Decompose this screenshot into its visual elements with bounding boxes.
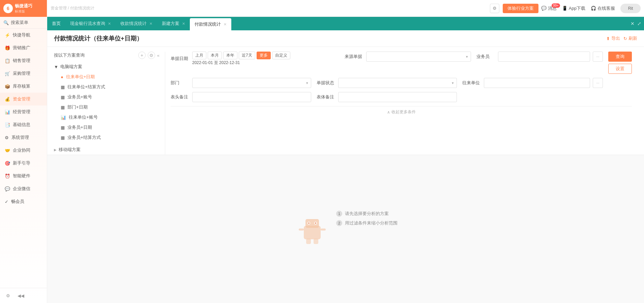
tab-new-scheme-close[interactable]: ✕	[182, 22, 185, 26]
sidebar-item-weixin[interactable]: 💬 企业微信	[0, 182, 47, 195]
tabbar-spacer	[231, 17, 628, 30]
scheme-icon-6: ▦	[61, 135, 65, 140]
sidebar-item-marketing[interactable]: 🎁 营销推广	[0, 41, 47, 54]
query-btn[interactable]: 查询	[608, 52, 632, 62]
online-service-btn[interactable]: 🎧 在线客服	[591, 5, 615, 11]
tab-receipt-close[interactable]: ✕	[149, 22, 152, 26]
scheme-item-staff-settle[interactable]: ▦ 业务员+结算方式	[54, 132, 159, 143]
date-btn-7days[interactable]: 近7天	[239, 52, 255, 59]
sidebar: 6 畅捷通巧 标准版 🔍 搜索菜单 ⚡ 快捷导航 🎁 营销推广 📋 销售管理 🛒…	[0, 0, 47, 303]
date-btn-custom[interactable]: 自定义	[272, 52, 290, 59]
scheme-item-staff-date[interactable]: ▦ 业务员+日期	[54, 122, 159, 132]
status-select[interactable]: ▾	[338, 78, 457, 88]
scheme-add-btn[interactable]: +	[138, 52, 146, 59]
tab-payment-close[interactable]: ✕	[224, 22, 227, 27]
topbar-actions: ⚙ 体验行业方案	[490, 4, 538, 13]
sidebar-label-sales: 销售管理	[13, 58, 30, 64]
refresh-icon: ↻	[623, 36, 627, 41]
header-note-input[interactable]	[192, 92, 311, 102]
date-btn-this-year[interactable]: 本年	[223, 52, 237, 59]
sidebar-item-purchase[interactable]: 🛒 采购管理	[0, 67, 47, 80]
sidebar-collapse-btn[interactable]: ◀◀	[16, 291, 26, 300]
breadcrumb-text: 资金管理 / 付款情况统计	[51, 5, 94, 11]
date-btn-this-month[interactable]: 本月	[208, 52, 222, 59]
sidebar-item-finance[interactable]: 💰 资金管理	[0, 93, 47, 105]
filter-settings-btn[interactable]: 设置	[608, 64, 632, 74]
topbar-gear-btn[interactable]: ⚙	[490, 4, 499, 13]
hint-text-2: 用过滤条件来缩小分析范围	[345, 220, 398, 226]
hint-num-1: 1	[336, 211, 342, 217]
source-select[interactable]: ▾	[366, 52, 471, 62]
scheme-item-contact-date-label: 往来单位+日期	[66, 74, 95, 80]
sidebar-item-operations[interactable]: 📊 经营管理	[0, 105, 47, 118]
sidebar-item-system[interactable]: ⚙ 系统管理	[0, 131, 47, 144]
sidebar-item-guide[interactable]: 🎯 新手引导	[0, 157, 47, 170]
tabbar-controls: ✕ ⤢	[628, 17, 644, 30]
purchase-icon: 🛒	[5, 71, 10, 76]
trial-btn[interactable]: 体验行业方案	[503, 4, 538, 13]
collapse-more-btn[interactable]: ∧ 收起更多条件	[171, 106, 632, 118]
scheme-item-dept-date[interactable]: ▦ 部门+日期	[54, 102, 159, 112]
tab-payment[interactable]: 付款情况统计 ✕	[190, 18, 231, 30]
scheme-item-contact-account[interactable]: 📊 往来单位+账号	[54, 112, 159, 122]
date-btn-more[interactable]: 更多	[257, 52, 271, 59]
staff-ellipsis-btn[interactable]: ···	[593, 52, 603, 62]
sidebar-item-collab[interactable]: 🤝 企业协同	[0, 144, 47, 157]
close-all-tabs-btn[interactable]: ✕	[631, 21, 635, 26]
user-avatar[interactable]: Rit	[620, 4, 641, 13]
scheme-item-contact-date[interactable]: ● 往来单位+日期	[54, 72, 159, 82]
scheme-icon-2: ▦	[61, 95, 65, 100]
refresh-btn[interactable]: ↻ 刷新	[623, 35, 637, 41]
collab-icon: 🤝	[5, 148, 10, 153]
search-icon: 🔍	[3, 20, 9, 25]
body-note-field: 表体备注	[317, 92, 457, 102]
sidebar-item-hardware[interactable]: ⏰ 智能硬件	[0, 170, 47, 182]
sidebar-item-quicknav[interactable]: ⚡ 快捷导航	[0, 29, 47, 41]
tab-bank-close[interactable]: ✕	[108, 22, 111, 26]
tab-home[interactable]: 首页	[47, 17, 65, 30]
status-label: 单据状态	[317, 80, 335, 86]
dept-select[interactable]: ▾	[192, 78, 311, 88]
sidebar-item-sales[interactable]: 📋 销售管理	[0, 54, 47, 67]
message-badge: 99+	[552, 3, 560, 8]
empty-svg	[295, 212, 329, 246]
contact-ellipsis-btn[interactable]: ···	[593, 78, 603, 88]
svg-rect-9	[314, 239, 318, 244]
sidebar-label-operations: 经营管理	[13, 109, 30, 115]
contact-select[interactable]	[484, 78, 590, 88]
body-note-input[interactable]	[338, 92, 457, 102]
scheme-item-contact-settle-label: 往来单位+结算方式	[67, 84, 105, 90]
sidebar-footer: ⚙ ◀◀	[0, 288, 47, 303]
scheme-collapse-btn[interactable]: «	[157, 53, 159, 58]
system-icon: ⚙	[5, 135, 9, 140]
staff-field: 业务员 ···	[476, 52, 603, 62]
tab-new-scheme[interactable]: 新建方案 ✕	[157, 17, 190, 30]
sidebar-gear-btn[interactable]: ⚙	[3, 291, 13, 300]
date-btn-prev-month[interactable]: 上月	[192, 52, 206, 59]
sidebar-item-inventory[interactable]: 📦 库存核算	[0, 80, 47, 93]
sidebar-item-member[interactable]: ✓ 畅会员	[0, 195, 47, 208]
page-title: 付款情况统计（往来单位+日期）	[54, 34, 143, 42]
tab-bank[interactable]: 现金银行流水查询 ✕	[65, 17, 116, 30]
mobile-scheme-section[interactable]: ▶ 移动端方案	[54, 145, 159, 155]
body-note-label: 表体备注	[317, 94, 335, 100]
sidebar-label-purchase: 采购管理	[13, 70, 30, 77]
tab-receipt[interactable]: 收款情况统计 ✕	[116, 17, 157, 30]
expand-tabs-btn[interactable]: ⤢	[637, 21, 641, 26]
staff-select[interactable]	[498, 52, 590, 62]
guide-icon: 🎯	[5, 161, 10, 166]
app-download-btn[interactable]: 📱 App下载	[562, 5, 585, 11]
service-label: 在线客服	[597, 5, 615, 11]
scheme-item-staff-account[interactable]: ▦ 业务员+账号	[54, 92, 159, 102]
hint-num-2: 2	[336, 220, 342, 226]
scheme-item-contact-settle[interactable]: ▦ 往来单位+结算方式	[54, 82, 159, 92]
sidebar-item-basic[interactable]: 📑 基础信息	[0, 118, 47, 131]
scheme-settings-btn[interactable]: ⚙	[148, 52, 155, 59]
desktop-scheme-header[interactable]: ▼ 电脑端方案	[54, 62, 159, 72]
tab-payment-label: 付款情况统计	[195, 21, 221, 27]
export-btn[interactable]: ⬆ 导出	[606, 35, 620, 41]
message-btn[interactable]: 💬 消息 99+	[541, 5, 557, 11]
empty-hints: 1 请先选择要分析的方案 2 用过滤条件来缩小分析范围	[336, 211, 398, 226]
contact-field: 往来单位 ···	[462, 78, 603, 88]
search-menu-item[interactable]: 🔍 搜索菜单	[0, 17, 47, 29]
